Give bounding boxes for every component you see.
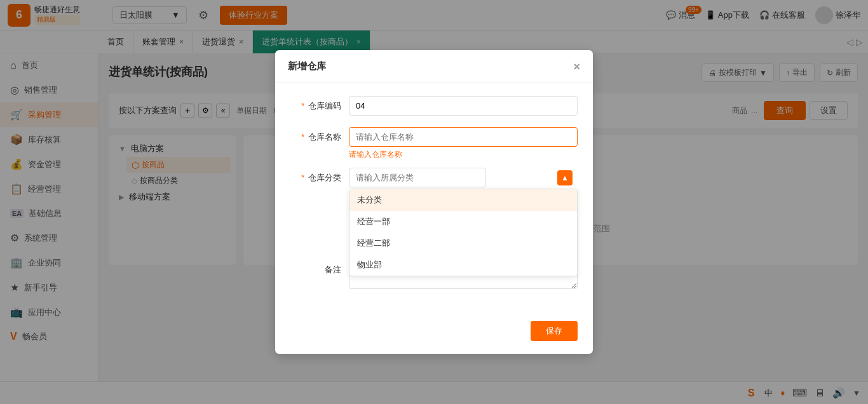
- warehouse-code-input[interactable]: [349, 96, 578, 116]
- dropdown-item-dept1[interactable]: 经营一部: [349, 211, 577, 232]
- warehouse-name-input[interactable]: [349, 127, 578, 147]
- warehouse-code-row: * 仓库编码: [290, 96, 578, 116]
- category-dropdown-list: 未分类 经营一部 经营二部 物业部: [349, 189, 578, 276]
- required-star-code: *: [301, 101, 304, 111]
- category-dropdown-toggle[interactable]: ▲: [557, 170, 573, 185]
- warehouse-category-label: * 仓库分类: [290, 172, 341, 184]
- add-warehouse-dialog: 新增仓库 × * 仓库编码 * 仓库名称 请输入仓库名称 * 仓库分类: [275, 50, 593, 354]
- dropdown-item-dept3[interactable]: 物业部: [349, 254, 577, 276]
- warehouse-code-label: * 仓库编码: [290, 100, 341, 112]
- required-star-cat: *: [301, 173, 304, 182]
- required-star-name: *: [301, 132, 304, 142]
- category-input[interactable]: [349, 168, 486, 187]
- warehouse-name-label: * 仓库名称: [290, 131, 341, 143]
- dialog-footer: 保存: [275, 313, 593, 354]
- remark-label: 备注: [290, 264, 341, 276]
- warehouse-name-row: * 仓库名称: [290, 127, 578, 147]
- dropdown-item-unclassified[interactable]: 未分类: [349, 189, 577, 211]
- category-input-wrap: ▲ 未分类 经营一部 经营二部 物业部: [349, 168, 578, 187]
- warehouse-category-row: * 仓库分类 ▲ 未分类 经营一部 经营二部 物业部: [290, 168, 578, 187]
- dialog-close-button[interactable]: ×: [573, 61, 580, 72]
- dialog-body: * 仓库编码 * 仓库名称 请输入仓库名称 * 仓库分类 ▲ 未: [275, 83, 593, 313]
- save-button[interactable]: 保存: [531, 321, 578, 341]
- warehouse-name-error: 请输入仓库名称: [349, 149, 578, 160]
- dropdown-item-dept2[interactable]: 经营二部: [349, 232, 577, 254]
- dialog-title: 新增仓库: [288, 60, 326, 72]
- dialog-header: 新增仓库 ×: [275, 50, 593, 83]
